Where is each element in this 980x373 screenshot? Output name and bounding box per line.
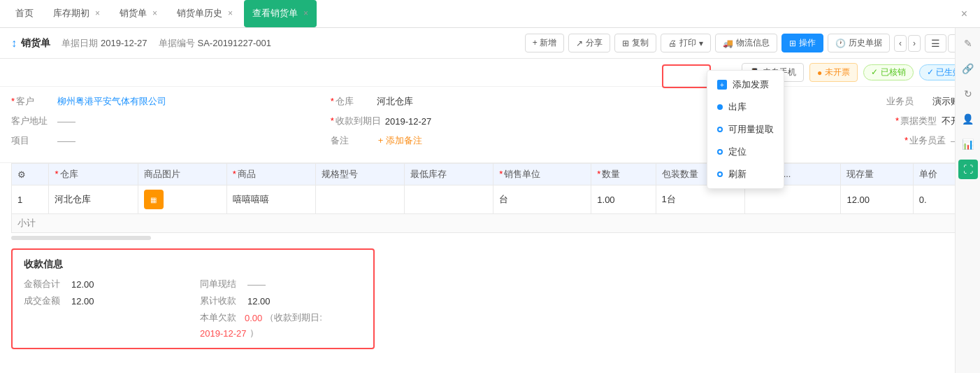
check-icon: ✓ bbox=[871, 67, 878, 77]
single-settlement-label: 同单现结 bbox=[200, 278, 242, 290]
staff-field: 业务员 演示账号 bbox=[649, 95, 969, 108]
document-header: ↕ 销货单 单据日期 2019-12-27 单据编号 SA-20191227-0… bbox=[0, 28, 980, 59]
dropdown-add-invoice[interactable]: + 添加发票 bbox=[707, 73, 784, 96]
share-button[interactable]: ↗ 分享 bbox=[568, 34, 610, 52]
project-value: —— bbox=[57, 136, 75, 146]
action-row: 📱 来自手机 ● 未开票 ✓ 已核销 ✓ 已生效 bbox=[0, 59, 980, 87]
logistics-button[interactable]: 🚚 物流信息 bbox=[715, 34, 777, 52]
add-invoice-icon: + bbox=[717, 80, 727, 90]
locate-label: 定位 bbox=[728, 146, 747, 158]
note-label: 备注 bbox=[331, 134, 373, 147]
table-row: 1 河北仓库 ▦ 嘻嘻嘻嘻 台 1.00 1台 bbox=[12, 185, 969, 214]
tab-inventory-init-close[interactable]: × bbox=[95, 8, 100, 18]
cumulative-row: 累计收款 12.00 bbox=[200, 295, 362, 307]
warehouse-field: 仓库 河北仓库 bbox=[331, 95, 650, 108]
add-note-button[interactable]: + 添加备注 bbox=[377, 134, 422, 147]
dropdown-refresh[interactable]: 刷新 bbox=[707, 163, 784, 185]
tab-sales-order-close[interactable]: × bbox=[152, 8, 157, 18]
single-settlement-row: 同单现结 —— bbox=[200, 278, 362, 290]
transaction-amount-label: 成交金额 bbox=[24, 295, 66, 307]
add-invoice-label: 添加发票 bbox=[733, 78, 769, 91]
col-product: 商品 bbox=[226, 164, 315, 185]
panel-user-button[interactable]: 👤 bbox=[958, 109, 978, 129]
col-min-stock: 最低库存 bbox=[405, 164, 493, 185]
col-warehouse: 仓库 bbox=[49, 164, 138, 185]
nav-next-button[interactable]: › bbox=[908, 35, 921, 52]
form-section: 客户 柳州粤港平安气体有限公司 仓库 河北仓库 业务员 演示账号 客户地址 —— bbox=[0, 87, 980, 163]
tab-home[interactable]: 首页 bbox=[7, 0, 42, 27]
verified-badge: ✓ 已核销 bbox=[863, 64, 913, 80]
tab-sales-history[interactable]: 销货单历史 × bbox=[168, 0, 241, 27]
table-header-row: ⚙ 仓库 商品图片 商品 规格型号 最低库存 销售单位 数量 包装数量 可用量 … bbox=[12, 164, 969, 185]
dropdown-locate[interactable]: 定位 bbox=[707, 141, 784, 163]
print-button[interactable]: 🖨 打印 ▾ bbox=[661, 34, 711, 52]
project-label: 项目 bbox=[11, 134, 53, 147]
address-field: 客户地址 —— bbox=[11, 115, 331, 127]
row-product: 嘻嘻嘻嘻 bbox=[226, 185, 315, 214]
due-date-hint-date: 2019-12-27 bbox=[200, 328, 247, 339]
doc-date-label: 单据日期 bbox=[62, 37, 98, 50]
tab-inventory-init[interactable]: 库存期初 × bbox=[45, 0, 108, 27]
available-qty-label: 可用量提取 bbox=[728, 123, 774, 136]
col-current-stock: 现存量 bbox=[841, 164, 913, 185]
panel-link-button[interactable]: 🔗 bbox=[958, 59, 978, 78]
form-row-2: 客户地址 —— 收款到期日 2019-12-27 票据类型 不开票 bbox=[11, 115, 969, 127]
locate-icon bbox=[717, 149, 723, 155]
document-meta: 单据日期 2019-12-27 单据编号 SA-20191227-001 bbox=[62, 37, 271, 50]
tab-view-sales[interactable]: 查看销货单 × bbox=[244, 0, 317, 27]
tab-view-sales-label: 查看销货单 bbox=[252, 7, 298, 20]
close-window-button[interactable]: × bbox=[956, 5, 973, 23]
history-icon: 🕐 bbox=[835, 38, 846, 48]
panel-edit-button[interactable]: ✎ bbox=[958, 34, 978, 53]
nav-prev-button[interactable]: ‹ bbox=[894, 35, 907, 52]
ticket-type-field: 票据类型 不开票 bbox=[649, 115, 969, 127]
col-settings[interactable]: ⚙ bbox=[12, 164, 49, 185]
total-amount-row: 金额合计 12.00 bbox=[24, 278, 186, 290]
main-content: ↕ 销货单 单据日期 2019-12-27 单据编号 SA-20191227-0… bbox=[0, 28, 980, 373]
tab-sales-history-close[interactable]: × bbox=[228, 8, 233, 18]
customer-label: 客户 bbox=[11, 95, 53, 108]
payment-section: 收款信息 金额合计 12.00 同单现结 —— 成交金额 12.00 累计收款 … bbox=[11, 248, 375, 349]
operations-button[interactable]: ⊞ 操作 bbox=[781, 34, 823, 52]
horizontal-scrollbar[interactable] bbox=[11, 236, 151, 240]
dropdown-outbound[interactable]: 出库 bbox=[707, 96, 784, 118]
row-sku bbox=[315, 185, 404, 214]
table-section: ⚙ 仓库 商品图片 商品 规格型号 最低库存 销售单位 数量 包装数量 可用量 … bbox=[0, 163, 980, 240]
row-available bbox=[744, 185, 841, 214]
panel-rotate-button[interactable]: ↻ bbox=[958, 84, 978, 104]
tab-view-sales-close[interactable]: × bbox=[303, 8, 308, 18]
arrears-value: 0.00 bbox=[245, 313, 262, 323]
customer-value[interactable]: 柳州粤港平安气体有限公司 bbox=[57, 95, 166, 108]
copy-button[interactable]: ⊞ 复制 bbox=[614, 34, 656, 52]
single-settlement-value: —— bbox=[247, 279, 266, 290]
due-date-hint: （收款到期日: bbox=[265, 311, 322, 324]
sales-order-icon: ↕ bbox=[11, 37, 17, 50]
print-dropdown-arrow: ▾ bbox=[699, 38, 703, 48]
new-button[interactable]: + 新增 bbox=[525, 34, 564, 52]
effective-check-icon: ✓ bbox=[927, 67, 934, 77]
panel-chart-button[interactable]: 📊 bbox=[958, 134, 978, 154]
panel-expand-button[interactable]: ⛶ bbox=[958, 160, 978, 179]
refresh-icon bbox=[717, 171, 723, 177]
doc-number-field: 单据编号 SA-20191227-001 bbox=[159, 37, 272, 50]
tab-bar: 首页 库存期初 × 销货单 × 销货单历史 × 查看销货单 × × bbox=[0, 0, 980, 28]
staff-label: 业务员 bbox=[886, 95, 928, 108]
view-list-button[interactable]: ☰ bbox=[925, 34, 946, 52]
arrears-row: 本单欠款 0.00 （收款到期日: 2019-12-27 ） bbox=[200, 311, 362, 339]
settings-icon: ⚙ bbox=[17, 169, 26, 180]
logistics-icon: 🚚 bbox=[723, 38, 733, 48]
transaction-amount-row: 成交金额 12.00 bbox=[24, 295, 186, 307]
history-button[interactable]: 🕐 历史单据 bbox=[828, 34, 890, 52]
address-value: —— bbox=[57, 116, 75, 127]
right-panel: ✎ 🔗 ↻ 👤 📊 ⛶ bbox=[955, 28, 980, 373]
row-quantity: 1.00 bbox=[591, 185, 656, 214]
tab-sales-order[interactable]: 销货单 × bbox=[111, 0, 166, 27]
operations-dropdown: + 添加发票 出库 可用量提取 定位 刷新 bbox=[707, 70, 784, 189]
form-row-1: 客户 柳州粤港平安气体有限公司 仓库 河北仓库 业务员 演示账号 bbox=[11, 95, 969, 108]
dropdown-available-qty[interactable]: 可用量提取 bbox=[707, 118, 784, 141]
due-date-label: 收款到期日 bbox=[331, 115, 381, 127]
row-sales-unit: 台 bbox=[493, 185, 591, 214]
tab-sales-order-label: 销货单 bbox=[120, 7, 147, 20]
row-pack-qty: 1台 bbox=[656, 185, 744, 214]
not-opened-button[interactable]: ● 未开票 bbox=[809, 63, 858, 82]
